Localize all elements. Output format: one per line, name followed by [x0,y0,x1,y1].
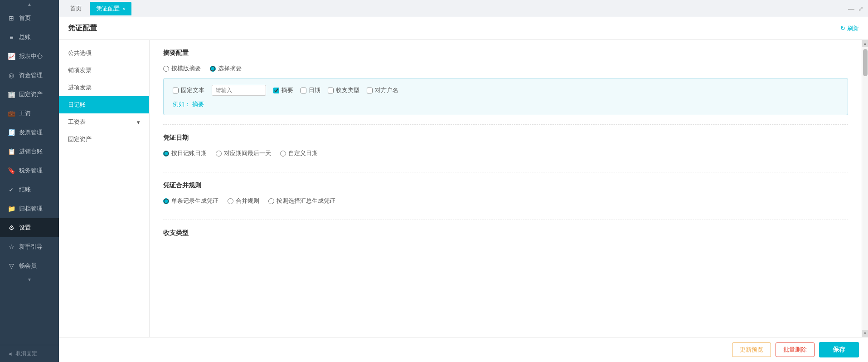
tab-home[interactable]: 首页 [63,2,88,15]
page-header: 凭证配置 ↻ 刷新 [59,17,868,40]
last-day-radio[interactable]: 对应期间最后一天 [216,149,271,157]
last-day-input[interactable] [216,151,222,157]
batch-delete-button[interactable]: 批量删除 [776,342,815,357]
template-mode-radio[interactable]: 按模版摘要 [163,64,201,73]
save-button[interactable]: 保存 [819,342,859,357]
select-summary-input[interactable] [268,198,274,204]
sidebar-item-fixed-assets[interactable]: 🏢 固定资产 [0,85,59,104]
window-minimize-button[interactable]: — [848,5,854,12]
guide-icon: ☆ [7,243,15,250]
summary-input[interactable] [273,88,279,93]
left-nav-sales-invoice[interactable]: 销项发票 [59,62,149,79]
scroll-thumb[interactable] [863,49,868,76]
select-summary-label: 按照选择汇总生成凭证 [276,197,335,205]
bottom-bar: 更新预览 批量删除 保存 [59,337,868,362]
window-maximize-button[interactable]: ⤢ [858,5,863,12]
sidebar-item-settings[interactable]: ⚙ 设置 [0,218,59,237]
merge-rules-title: 凭证合并规则 [163,181,848,190]
sidebar-item-purchase-sales[interactable]: 📋 进销台账 [0,142,59,161]
tab-voucher-config[interactable]: 凭证配置 × [90,2,131,15]
sidebar-item-settlement[interactable]: ✓ 结账 [0,180,59,199]
select-radio-input[interactable] [210,66,216,72]
example-value: 摘要 [192,101,204,108]
right-content: 摘要配置 按模版摘要 选择摘要 [150,40,862,337]
home-icon: ⊞ [7,15,15,22]
left-nav-fixed-assets[interactable]: 固定资产 [59,131,149,148]
last-day-label: 对应期间最后一天 [224,149,271,157]
sidebar-item-home[interactable]: ⊞ 首页 [0,9,59,28]
income-type-input[interactable] [328,88,334,93]
sidebar-item-label: 归档管理 [19,205,43,213]
template-radio-input[interactable] [163,66,169,72]
refresh-button[interactable]: ↻ 刷新 [840,24,859,33]
purchase-sales-icon: 📋 [7,148,15,155]
summary-checkboxes-row: 固定文本 摘要 日期 [173,85,839,96]
merge-radio[interactable]: 合并规则 [228,197,259,205]
left-nav-payroll-table[interactable]: 工资表 ▾ [59,113,149,131]
left-nav-public-options[interactable]: 公共选项 [59,44,149,62]
refresh-icon: ↻ [840,25,845,32]
sidebar-item-guide[interactable]: ☆ 新手引导 [0,237,59,256]
update-preview-button[interactable]: 更新预览 [732,342,771,357]
custom-date-input[interactable] [280,151,286,157]
merge-input[interactable] [228,198,233,204]
sidebar-item-label: 工资 [19,109,31,117]
tax-icon: 🔖 [7,167,15,174]
left-nav-journal[interactable]: 日记账 [59,96,149,113]
left-nav-label: 日记账 [68,101,86,108]
scroll-down-arrow[interactable]: ▼ [862,330,868,337]
custom-date-radio[interactable]: 自定义日期 [280,149,318,157]
sidebar-item-tax-management[interactable]: 🔖 税务管理 [0,161,59,180]
summary-config-section: 摘要配置 按模版摘要 选择摘要 [163,49,848,125]
left-nav-label: 公共选项 [68,49,92,56]
sidebar-item-invoice-management[interactable]: 🧾 发票管理 [0,123,59,142]
single-record-input[interactable] [163,198,169,204]
counterpart-checkbox[interactable]: 对方户名 [367,86,398,94]
single-record-radio[interactable]: 单条记录生成凭证 [163,197,218,205]
settings-icon: ⚙ [7,224,15,231]
sidebar-item-general-ledger[interactable]: ≡ 总账 [0,28,59,47]
fixed-text-field[interactable] [212,85,266,96]
sidebar-item-report-center[interactable]: 📈 报表中心 [0,47,59,66]
select-summary-radio[interactable]: 按照选择汇总生成凭证 [268,197,335,205]
sidebar-item-archive[interactable]: 📁 归档管理 [0,199,59,218]
general-ledger-icon: ≡ [7,34,15,41]
sidebar-scroll-up[interactable]: ▲ [0,0,59,9]
sidebar-item-member[interactable]: ▽ 畅会员 [0,256,59,275]
main-area: 首页 凭证配置 × — ⤢ 凭证配置 ↻ 刷新 公共选项 [59,0,868,362]
page-title: 凭证配置 [68,24,97,33]
date-checkbox[interactable]: 日期 [301,86,320,94]
custom-date-label: 自定义日期 [288,149,318,157]
member-icon: ▽ [7,262,15,269]
journal-date-radio[interactable]: 按日记账日期 [163,149,207,157]
sidebar-unpin-button[interactable]: ◄ 取消固定 [0,345,59,362]
unpin-label: 取消固定 [15,350,37,357]
select-mode-radio[interactable]: 选择摘要 [210,64,242,73]
left-nav-label: 进项发票 [68,84,92,91]
voucher-date-group: 按日记账日期 对应期间最后一天 自定义日期 [163,149,848,157]
select-mode-label: 选择摘要 [218,64,242,73]
sidebar-item-label: 资金管理 [19,71,43,79]
voucher-date-section: 凭证日期 按日记账日期 对应期间最后一天 [163,134,848,172]
left-nav: 公共选项 销项发票 进项发票 日记账 工资表 ▾ 固定资产 [59,40,150,337]
sidebar-item-label: 首页 [19,14,31,22]
fixed-text-input[interactable] [173,88,179,93]
income-type-checkbox[interactable]: 收支类型 [328,86,359,94]
merge-rules-group: 单条记录生成凭证 合并规则 按照选择汇总生成凭证 [163,197,848,205]
sidebar-scroll-down[interactable]: ▼ [0,275,59,284]
date-label: 日期 [309,86,320,94]
counterpart-input[interactable] [367,88,373,93]
sidebar-item-label: 税务管理 [19,166,43,175]
fixed-text-checkbox[interactable]: 固定文本 [173,86,204,94]
tab-close-icon[interactable]: × [122,6,125,11]
example-text: 例如： 摘要 [173,100,839,108]
left-nav-purchase-invoice[interactable]: 进项发票 [59,79,149,96]
journal-date-label: 按日记账日期 [171,149,207,157]
sidebar-item-label: 总账 [19,33,31,41]
date-input[interactable] [301,88,306,93]
journal-date-input[interactable] [163,151,169,157]
scroll-up-arrow[interactable]: ▲ [862,40,868,47]
sidebar-item-payroll[interactable]: 💼 工资 [0,104,59,123]
sidebar-item-fund-management[interactable]: ◎ 资金管理 [0,66,59,85]
summary-checkbox[interactable]: 摘要 [273,86,293,94]
